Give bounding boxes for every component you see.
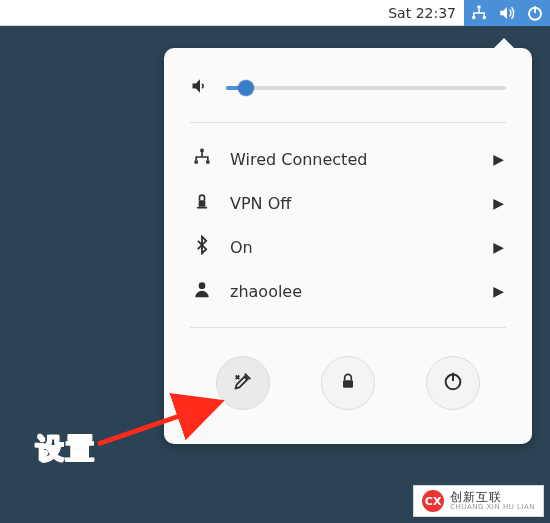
chevron-right-icon: ▶ (493, 151, 504, 167)
menu-item-label: On (230, 238, 475, 257)
chevron-right-icon: ▶ (493, 283, 504, 299)
svg-rect-11 (343, 380, 353, 388)
system-status-popover: Wired Connected ▶ VPN Off ▶ On ▶ zhaoole… (164, 48, 532, 444)
watermark-logo: CX (422, 490, 444, 512)
lock-icon (338, 371, 358, 395)
svg-point-10 (199, 282, 206, 289)
svg-rect-5 (200, 149, 203, 152)
system-tray[interactable] (464, 0, 550, 26)
clock: Sat 22:37 (388, 5, 464, 21)
menu-item-bluetooth[interactable]: On ▶ (190, 225, 506, 269)
chevron-right-icon: ▶ (493, 195, 504, 211)
watermark-text-cn: 创新互联 (450, 491, 535, 504)
status-menu: Wired Connected ▶ VPN Off ▶ On ▶ zhaoole… (190, 137, 506, 313)
volume-row (190, 76, 506, 100)
volume-thumb[interactable] (238, 80, 254, 96)
menu-item-user[interactable]: zhaoolee ▶ (190, 269, 506, 313)
watermark: CX 创新互联 CHUANG XIN HU LIAN (413, 485, 544, 517)
network-icon[interactable] (470, 4, 488, 22)
annotation-label: 设置 (36, 430, 96, 468)
power-icon[interactable] (526, 4, 544, 22)
divider (190, 327, 506, 328)
svg-rect-1 (472, 16, 475, 19)
menu-item-label: Wired Connected (230, 150, 475, 169)
vpn-icon (192, 191, 212, 215)
svg-rect-2 (483, 16, 486, 19)
chevron-right-icon: ▶ (493, 239, 504, 255)
volume-slider[interactable] (226, 86, 506, 90)
power-button[interactable] (426, 356, 480, 410)
menu-item-label: zhaoolee (230, 282, 475, 301)
svg-rect-9 (197, 207, 207, 209)
svg-rect-8 (199, 200, 206, 207)
power-icon (442, 370, 464, 396)
watermark-text-en: CHUANG XIN HU LIAN (450, 504, 535, 511)
svg-rect-7 (206, 160, 209, 163)
svg-rect-6 (195, 160, 198, 163)
lock-button[interactable] (321, 356, 375, 410)
top-bar: Sat 22:37 (0, 0, 550, 26)
volume-low-icon (190, 76, 210, 100)
menu-item-network[interactable]: Wired Connected ▶ (190, 137, 506, 181)
network-wired-icon (192, 147, 212, 171)
settings-button[interactable] (216, 356, 270, 410)
menu-item-label: VPN Off (230, 194, 475, 213)
bluetooth-icon (192, 235, 212, 259)
divider (190, 122, 506, 123)
action-buttons (190, 356, 506, 410)
svg-rect-0 (478, 5, 481, 8)
settings-icon (232, 370, 254, 396)
menu-item-vpn[interactable]: VPN Off ▶ (190, 181, 506, 225)
volume-icon[interactable] (498, 4, 516, 22)
user-icon (192, 279, 212, 303)
